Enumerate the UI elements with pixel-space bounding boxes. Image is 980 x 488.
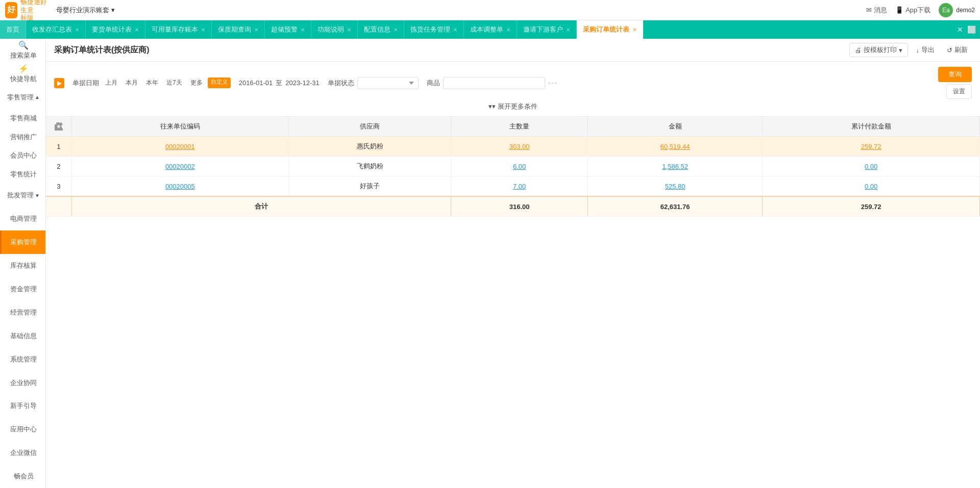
sidebar-item-marketing[interactable]: 营销推广	[0, 127, 45, 146]
template-print-button[interactable]: 🖨 按模板打印 ▾	[849, 43, 908, 57]
date-btn-7-days[interactable]: 近7天	[163, 78, 185, 88]
row-code[interactable]: 00020001	[71, 137, 289, 157]
date-range-display: 2016-01-01 至 2023-12-31	[239, 79, 320, 88]
sidebar-sys-mgmt-label: 系统管理	[10, 355, 37, 364]
sidebar-item-retail-mgmt[interactable]: 零售管理 ▲	[0, 86, 45, 109]
sidebar-item-wholesale-mgmt[interactable]: 批发管理 ▼	[0, 184, 45, 207]
row-paid[interactable]: 259.72	[763, 137, 980, 157]
sidebar-item-retail-store[interactable]: 零售商城	[0, 109, 45, 128]
table-header-row: 往来单位编码 供应商 主数量 金额 累计付款金额	[46, 117, 980, 137]
row-code[interactable]: 00020005	[71, 176, 289, 197]
date-to: 2023-12-31	[285, 79, 320, 87]
tab-expiry-query[interactable]: 保质期查询 ✕	[212, 20, 265, 39]
query-button[interactable]: 查询	[938, 67, 972, 82]
row-quantity[interactable]: 7.00	[451, 176, 588, 197]
row-quantity[interactable]: 6.00	[451, 157, 588, 176]
col-settings-gear[interactable]	[52, 122, 65, 131]
date-label: 单据日期	[72, 79, 99, 88]
tab-invite-downstream[interactable]: 邀请下游客户 ✕	[517, 20, 577, 39]
export-button[interactable]: ↓ 导出	[912, 43, 939, 57]
date-btn-more[interactable]: 更多	[187, 78, 206, 88]
sidebar-item-sys-mgmt[interactable]: 系统管理	[0, 348, 45, 371]
tab-function-desc-close-icon[interactable]: ✕	[347, 27, 351, 33]
sidebar-item-enterprise-wechat[interactable]: 企业微信	[0, 441, 45, 465]
sidebar-item-inventory[interactable]: 库存核算	[0, 254, 45, 277]
sidebar-item-search[interactable]: 🔍 搜索菜单	[0, 39, 45, 62]
table-row: 1 00020001 惠氏奶粉 303.00 60,519.44 259.72	[46, 137, 980, 157]
tab-receive-summary[interactable]: 收发存汇总表 ✕	[26, 20, 86, 39]
expand-more-button[interactable]: ▾▾ 展开更多条件	[488, 102, 537, 111]
row-amount[interactable]: 525.80	[587, 176, 762, 197]
row-amount[interactable]: 60,519.44	[587, 137, 762, 157]
row-code[interactable]: 00020002	[71, 157, 289, 176]
tab-purchase-summary[interactable]: 采购订单统计表 ✕	[577, 20, 643, 39]
date-custom-badge: 自定义	[208, 78, 231, 88]
sidebar-item-member-center[interactable]: 会员中心	[0, 146, 45, 165]
row-quantity[interactable]: 303.00	[451, 137, 588, 157]
user-area[interactable]: Ea demo2	[939, 3, 975, 17]
tab-receive-summary-close-icon[interactable]: ✕	[75, 27, 79, 33]
sidebar-item-enterprise-collab[interactable]: 企业协同	[0, 371, 45, 395]
message-icon: ✉	[866, 6, 872, 14]
sidebar-item-basic-info[interactable]: 基础信息	[0, 324, 45, 348]
sidebar-member-center-label: 会员中心	[10, 151, 37, 160]
goods-more-icon[interactable]: ···	[548, 79, 558, 88]
logo-icon: 好	[5, 2, 17, 18]
tab-goods-summary[interactable]: 要货单统计表 ✕	[86, 20, 145, 39]
sidebar-item-vip[interactable]: 畅会员	[0, 465, 45, 488]
status-filter: 单据状态 已审核 未审核	[328, 77, 419, 89]
tab-nav-right: ✕ ⬜	[953, 25, 980, 34]
tab-config-info[interactable]: 配置信息 ✕	[358, 20, 404, 39]
workspace-selector[interactable]: 母婴行业演示账套 ▾	[56, 6, 861, 15]
tab-close-all-button[interactable]: ✕	[957, 25, 963, 34]
row-paid[interactable]: 0.00	[763, 157, 980, 176]
row-amount[interactable]: 1,586.52	[587, 157, 762, 176]
filter-toggle-icon[interactable]: ▶	[54, 78, 64, 88]
tab-config-info-close-icon[interactable]: ✕	[394, 27, 398, 33]
sidebar-item-quick-nav[interactable]: ⚡ 快捷导航	[0, 62, 45, 86]
refresh-button[interactable]: ↺ 刷新	[943, 43, 972, 57]
sidebar-item-finance[interactable]: 资金管理	[0, 277, 45, 301]
tab-purchase-summary-label: 采购订单统计表	[583, 25, 629, 34]
sidebar: 🔍 搜索菜单 ⚡ 快捷导航 零售管理 ▲ 零售商城 营销推广 会员中心 零售统计…	[0, 39, 46, 488]
tab-goods-summary-close-icon[interactable]: ✕	[135, 27, 139, 33]
sidebar-item-ops-mgmt[interactable]: 经营管理	[0, 301, 45, 324]
sidebar-new-guide-label: 新手引导	[10, 401, 37, 410]
tab-available-stock-close-icon[interactable]: ✕	[201, 27, 205, 33]
tab-function-desc[interactable]: 功能说明 ✕	[311, 20, 358, 39]
date-btn-this-year[interactable]: 本年	[143, 78, 161, 88]
tab-overstock-warning[interactable]: 超储预警 ✕	[265, 20, 311, 39]
row-paid[interactable]: 0.00	[763, 176, 980, 197]
tab-pick-task[interactable]: 拣货任务管理 ✕	[404, 20, 464, 39]
search-icon: 🔍	[18, 40, 29, 50]
date-btn-this-month[interactable]: 本月	[122, 78, 141, 88]
tab-cost-adjust-close-icon[interactable]: ✕	[506, 27, 510, 33]
filter-row-main: ▶ 单据日期 上月 本月 本年 近7天 更多 自定义 2016-01-01	[54, 67, 972, 99]
message-button[interactable]: ✉ 消息	[866, 6, 887, 15]
settings-button[interactable]: 设置	[946, 84, 972, 99]
status-select[interactable]: 已审核 未审核	[357, 77, 419, 89]
tab-cost-adjust[interactable]: 成本调整单 ✕	[464, 20, 517, 39]
tab-home-label: 首页	[6, 25, 19, 34]
tab-home[interactable]: 首页	[0, 20, 26, 39]
tab-overstock-warning-close-icon[interactable]: ✕	[301, 27, 305, 33]
header-actions: 🖨 按模板打印 ▾ ↓ 导出 ↺ 刷新	[849, 43, 972, 57]
sidebar-item-retail-stats[interactable]: 零售统计	[0, 165, 45, 184]
col-settings	[46, 117, 71, 137]
footer-total-amount: 62,631.76	[587, 196, 762, 217]
goods-input[interactable]	[443, 77, 545, 89]
sidebar-item-ecommerce[interactable]: 电商管理	[0, 207, 45, 230]
app-download-button[interactable]: 📱 App下载	[895, 6, 930, 15]
tab-available-stock[interactable]: 可用量库存账本 ✕	[145, 20, 212, 39]
sidebar-item-purchase-mgmt[interactable]: 采购管理	[0, 230, 45, 254]
tab-pick-task-close-icon[interactable]: ✕	[453, 27, 457, 33]
tab-purchase-summary-close-icon[interactable]: ✕	[632, 27, 636, 33]
tab-expiry-query-close-icon[interactable]: ✕	[254, 27, 258, 33]
sidebar-item-app-center[interactable]: 应用中心	[0, 418, 45, 441]
sidebar-item-new-guide[interactable]: 新手引导	[0, 395, 45, 418]
tab-goods-summary-label: 要货单统计表	[92, 25, 132, 34]
page-title: 采购订单统计表(按供应商)	[54, 45, 150, 56]
tab-invite-downstream-close-icon[interactable]: ✕	[566, 27, 570, 33]
date-btn-last-month[interactable]: 上月	[102, 78, 120, 88]
tab-maximize-button[interactable]: ⬜	[967, 25, 976, 34]
